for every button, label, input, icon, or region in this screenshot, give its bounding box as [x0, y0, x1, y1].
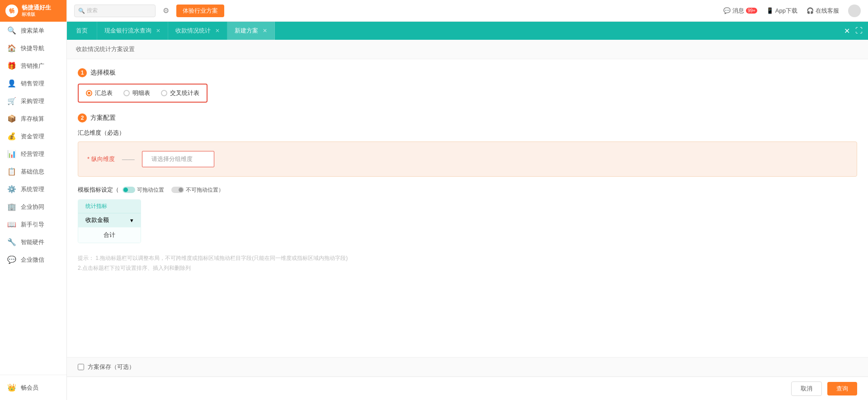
logo-text: 畅捷通好生 标准版 [22, 4, 51, 18]
radio-detail[interactable] [123, 90, 130, 96]
sidebar-item-hardware[interactable]: 🔧 智能硬件 [0, 233, 66, 251]
message-button[interactable]: 💬 消息 99+ [723, 7, 757, 15]
metrics-label-row: 模板指标设定（ 可拖动位置 不可拖动位置） [78, 186, 857, 194]
page-title: 收款情况统计方案设置 [76, 46, 135, 52]
template-options: 汇总表 明细表 交叉统计表 [78, 84, 208, 103]
sidebar-item-basic-info[interactable]: 📋 基础信息 [0, 163, 66, 180]
tab-close-icon[interactable]: ✕ [844, 27, 850, 35]
dimension-selector[interactable]: 请选择分组维度 [142, 151, 214, 167]
tab-new-plan[interactable]: 新建方案 ✕ [227, 22, 275, 40]
dimension-row: * 纵向维度 —— 请选择分组维度 [87, 151, 848, 167]
operations-icon: 📊 [7, 150, 16, 158]
finance-icon: 💰 [7, 132, 16, 141]
topbar-right: 💬 消息 99+ 📱 App下载 🎧 在线客服 [723, 5, 861, 17]
toggle-non-draggable: 不可拖动位置） [171, 186, 224, 194]
step2-num: 2 [78, 113, 87, 122]
tips-text: 提示： 1.拖动标题栏可以调整布局，不可跨维度或指标区域拖动栏目字段(只能在同一… [78, 254, 857, 273]
download-icon: 📱 [766, 7, 774, 14]
tab-bar: 首页 现金银行流水查询 ✕ 收款情况统计 ✕ 新建方案 ✕ ✕ ⛶ [67, 22, 868, 40]
enterprise-icon: 🏢 [7, 202, 16, 211]
purchase-icon: 🛒 [7, 97, 16, 105]
toggle-draggable: 可拖动位置 [123, 186, 164, 194]
metrics-dropdown-row[interactable]: 收款金额 ▾ [78, 213, 141, 227]
wechat-icon: 💬 [7, 255, 16, 264]
content-area: 收款情况统计方案设置 1 选择模板 汇总表 [67, 40, 868, 376]
radio-cross[interactable] [161, 90, 167, 96]
metrics-total-cell: 合计 [78, 227, 141, 243]
step1-section: 1 选择模板 汇总表 明细表 [78, 68, 857, 103]
page-body: 1 选择模板 汇总表 明细表 [67, 59, 868, 357]
page-footer: 方案保存（可选） [67, 357, 868, 376]
sidebar-item-search-menu[interactable]: 🔍 搜索菜单 [0, 22, 66, 39]
save-plan-label: 方案保存（可选） [88, 363, 135, 371]
page: 收款情况统计方案设置 1 选择模板 汇总表 [67, 40, 868, 376]
inventory-icon: 📦 [7, 114, 16, 123]
sidebar-item-marketing[interactable]: 🎁 营销推广 [0, 57, 66, 75]
dimension-area: * 纵向维度 —— 请选择分组维度 [78, 141, 857, 177]
sidebar-bottom: 👑 畅会员 [0, 375, 66, 400]
metrics-header: 统计指标 [78, 200, 141, 213]
query-button[interactable]: 查询 [827, 382, 857, 395]
sidebar-item-system[interactable]: ⚙️ 系统管理 [0, 180, 66, 198]
sidebar-item-enterprise[interactable]: 🏢 企业协同 [0, 198, 66, 216]
step2-label: 2 方案配置 [78, 113, 857, 122]
quick-nav-icon: 🏠 [7, 44, 16, 52]
basic-info-icon: 📋 [7, 167, 16, 176]
sidebar: 畅 畅捷通好生 标准版 🔍 搜索菜单 🏠 快捷导航 🎁 营销推广 👤 销售管理 … [0, 0, 67, 400]
trial-button[interactable]: 体验行业方案 [176, 5, 224, 17]
settings-gear-icon[interactable]: ⚙ [163, 6, 169, 15]
vertical-dimension-label: * 纵向维度 [87, 155, 115, 163]
draggable-toggle[interactable] [123, 187, 135, 193]
step2-section: 2 方案配置 汇总维度（必选） * 纵向维度 —— 请选择分组维度 [78, 113, 857, 273]
template-option-detail[interactable]: 明细表 [123, 89, 150, 97]
member-icon: 👑 [7, 383, 16, 392]
sidebar-item-operations[interactable]: 📊 经营管理 [0, 145, 66, 163]
search-icon: 🔍 [78, 8, 85, 14]
radio-summary[interactable] [86, 90, 92, 96]
sidebar-item-member[interactable]: 👑 畅会员 [0, 379, 66, 396]
marketing-icon: 🎁 [7, 61, 16, 70]
tab-bank-flow[interactable]: 现金银行流水查询 ✕ [97, 22, 168, 40]
dimension-arrow: —— [122, 155, 135, 163]
main-area: 🔍 搜索 ⚙ 体验行业方案 💬 消息 99+ 📱 App下载 🎧 在线客服 首页 [67, 0, 868, 400]
dimension-section-label: 汇总维度（必选） [78, 129, 857, 137]
sidebar-item-inventory[interactable]: 📦 库存核算 [0, 110, 66, 127]
tab-receipts-stat[interactable]: 收款情况统计 ✕ [168, 22, 227, 40]
tab-close-bank-flow[interactable]: ✕ [156, 28, 160, 34]
sidebar-item-finance[interactable]: 💰 资金管理 [0, 127, 66, 145]
user-avatar[interactable] [848, 5, 861, 17]
guide-icon: 📖 [7, 220, 16, 229]
sidebar-logo: 畅 畅捷通好生 标准版 [0, 0, 66, 22]
page-header: 收款情况统计方案设置 [67, 40, 868, 59]
bottom-bar: 取消 查询 [67, 376, 868, 400]
hardware-icon: 🔧 [7, 238, 16, 246]
system-icon: ⚙️ [7, 185, 16, 193]
logo-icon: 畅 [5, 5, 18, 17]
cancel-button[interactable]: 取消 [791, 381, 822, 396]
tab-home[interactable]: 首页 [67, 22, 97, 40]
sidebar-item-wechat[interactable]: 💬 企业微信 [0, 251, 66, 268]
tabs-actions: ✕ ⛶ [839, 27, 868, 35]
sidebar-item-purchase[interactable]: 🛒 采购管理 [0, 92, 66, 110]
sales-icon: 👤 [7, 79, 16, 88]
sidebar-item-guide[interactable]: 📖 新手引导 [0, 216, 66, 233]
tab-close-receipts-stat[interactable]: ✕ [215, 28, 220, 34]
support-button[interactable]: 🎧 在线客服 [807, 7, 839, 15]
sidebar-item-sales[interactable]: 👤 销售管理 [0, 75, 66, 92]
template-option-cross[interactable]: 交叉统计表 [161, 89, 199, 97]
search-box[interactable]: 🔍 搜索 [74, 5, 156, 17]
step1-num: 1 [78, 68, 87, 77]
tab-maximize-icon[interactable]: ⛶ [855, 27, 863, 35]
save-plan-checkbox[interactable] [78, 364, 84, 370]
template-option-summary[interactable]: 汇总表 [86, 89, 113, 97]
app-download-button[interactable]: 📱 App下载 [766, 7, 797, 15]
step1-title: 选择模板 [90, 69, 116, 77]
non-draggable-toggle[interactable] [171, 187, 184, 193]
message-icon: 💬 [723, 7, 731, 14]
sidebar-item-quick-nav[interactable]: 🏠 快捷导航 [0, 39, 66, 57]
support-icon: 🎧 [807, 7, 814, 14]
tab-close-new-plan[interactable]: ✕ [263, 28, 267, 34]
step2-title: 方案配置 [90, 114, 116, 122]
step1-label: 1 选择模板 [78, 68, 857, 77]
search-menu-icon: 🔍 [7, 26, 16, 35]
